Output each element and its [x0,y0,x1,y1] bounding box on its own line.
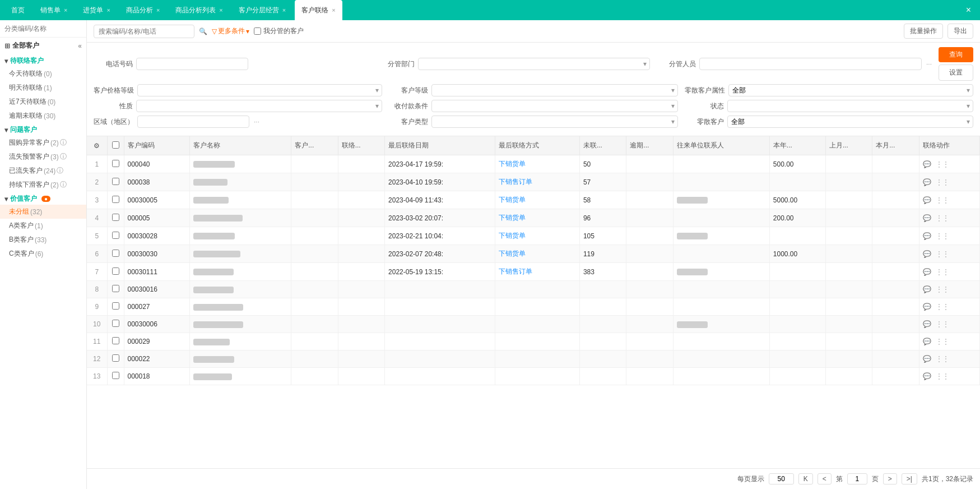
cell-checkbox[interactable] [107,281,124,298]
cell-checkbox[interactable] [107,333,124,350]
next-page-button[interactable]: > [883,473,897,485]
more-action-icon[interactable]: ⋮⋮ [936,160,949,168]
reset-button[interactable]: 设置 [939,64,973,81]
row-checkbox[interactable] [112,302,119,310]
method-link[interactable]: 下销售订单 [499,178,532,186]
select-all-checkbox[interactable] [112,141,119,149]
status-select[interactable] [727,100,973,112]
row-checkbox[interactable] [112,337,119,344]
cell-checkbox[interactable] [107,298,124,316]
more-action-icon[interactable]: ⋮⋮ [936,355,949,363]
cell-checkbox[interactable] [107,263,124,281]
nav-product-list-close[interactable]: × [219,7,222,13]
method-link[interactable]: 下销货单 [499,232,526,239]
contact-icon[interactable]: 💬 [923,160,931,168]
customer-level-select[interactable] [431,84,677,96]
sidebar-item-declining[interactable]: 持续下滑客户 (2) ⓘ [0,178,86,192]
prev-page-button[interactable]: < [818,473,832,485]
last-page-button[interactable]: >| [902,473,917,485]
sidebar-item-today-pending[interactable]: 今天待联络 (0) [0,67,86,81]
nav-product-analysis-close[interactable]: × [156,7,160,13]
cell-checkbox[interactable] [107,227,124,245]
more-action-icon[interactable]: ⋮⋮ [936,232,949,240]
region-input[interactable] [137,116,249,128]
sidebar-search-input[interactable] [4,25,87,33]
export-button[interactable]: 导出 [948,24,973,39]
method-link[interactable]: 下销售订单 [499,267,532,275]
retail-attr-select[interactable]: 全部 [728,84,973,96]
page-size-input[interactable] [769,473,794,485]
contact-icon[interactable]: 💬 [923,320,931,328]
close-all-button[interactable]: × [962,3,976,17]
my-customers-checkbox[interactable]: 我分管的客户 [254,26,304,36]
nav-customer-segment[interactable]: 客户分层经营 × [232,0,292,20]
nav-segment-close[interactable]: × [282,7,286,13]
col-checkbox[interactable] [107,136,124,155]
more-action-icon[interactable]: ⋮⋮ [936,303,949,311]
contact-icon[interactable]: 💬 [923,372,931,380]
contact-icon[interactable]: 💬 [923,355,931,363]
nav-product-analysis[interactable]: 商品分析 × [119,0,166,20]
sidebar-item-tomorrow-pending[interactable]: 明天待联络 (1) [0,81,86,95]
more-action-icon[interactable]: ⋮⋮ [936,250,949,258]
cell-checkbox[interactable] [107,245,124,263]
nav-home[interactable]: 首页 [4,0,31,20]
col-settings[interactable]: ⚙ [87,136,107,155]
cell-checkbox[interactable] [107,155,124,173]
current-page-input[interactable] [847,473,867,485]
more-action-icon[interactable]: ⋮⋮ [936,214,949,222]
nature-select[interactable] [136,100,382,112]
pay-terms-select[interactable] [431,100,677,112]
sidebar-item-class-b[interactable]: B类客户 (33) [0,233,86,247]
query-button[interactable]: 查询 [939,47,973,62]
row-checkbox[interactable] [112,232,119,239]
nav-sales-close[interactable]: × [64,7,67,13]
customer-type-select[interactable] [431,116,677,128]
retail-customer-select[interactable]: 全部 [727,116,973,128]
sidebar-item-class-a[interactable]: A类客户 (1) [0,219,86,233]
row-checkbox[interactable] [112,320,119,327]
row-checkbox[interactable] [112,196,119,203]
more-action-icon[interactable]: ⋮⋮ [936,338,949,345]
sidebar-item-churn-warning[interactable]: 流失预警客户 (3) ⓘ [0,150,86,164]
all-customers-header[interactable]: ⊞ 全部客户 « [0,38,86,54]
row-checkbox[interactable] [112,160,119,167]
method-link[interactable]: 下销货单 [499,196,526,204]
cell-checkbox[interactable] [107,173,124,191]
sidebar-item-abnormal[interactable]: 囤购异常客户 (2) ⓘ [0,136,86,150]
method-link[interactable]: 下销货单 [499,214,526,222]
cell-checkbox[interactable] [107,316,124,333]
contact-icon[interactable]: 💬 [923,232,931,240]
nav-sales[interactable]: 销售单 × [34,0,74,20]
nav-purchase-close[interactable]: × [106,7,110,13]
contact-icon[interactable]: 💬 [923,268,931,276]
more-action-icon[interactable]: ⋮⋮ [936,372,949,380]
method-link[interactable]: 下销货单 [499,160,526,168]
dept-select[interactable] [418,58,651,70]
region-more-icon[interactable]: ··· [254,118,259,126]
row-checkbox[interactable] [112,267,119,275]
sidebar-item-overdue-contact[interactable]: 逾期未联络 (30) [0,109,86,123]
sidebar-item-7day-pending[interactable]: 近7天待联络 (0) [0,95,86,109]
search-icon[interactable]: 🔍 [199,27,207,35]
more-action-icon[interactable]: ⋮⋮ [936,320,949,328]
contact-icon[interactable]: 💬 [923,196,931,204]
search-input[interactable] [94,25,194,38]
sidebar-item-class-c[interactable]: C类客户 (6) [0,247,86,261]
contact-icon[interactable]: 💬 [923,303,931,311]
more-action-icon[interactable]: ⋮⋮ [936,268,949,276]
sidebar-item-churned[interactable]: 已流失客户 (24) ⓘ [0,164,86,178]
method-link[interactable]: 下销货单 [499,250,526,257]
sidebar-item-ungroup[interactable]: 未分组 (32) [0,205,86,219]
row-checkbox[interactable] [112,285,119,292]
price-level-select[interactable] [137,84,382,96]
batch-op-button[interactable]: 批量操作 [904,24,943,39]
cell-checkbox[interactable] [107,209,124,227]
contact-icon[interactable]: 💬 [923,338,931,345]
collapse-icon[interactable]: « [78,42,82,50]
person-input[interactable] [699,58,922,70]
cell-checkbox[interactable] [107,191,124,209]
contact-icon[interactable]: 💬 [923,285,931,293]
first-page-button[interactable]: K [798,473,813,485]
person-more-icon[interactable]: ··· [926,60,932,68]
